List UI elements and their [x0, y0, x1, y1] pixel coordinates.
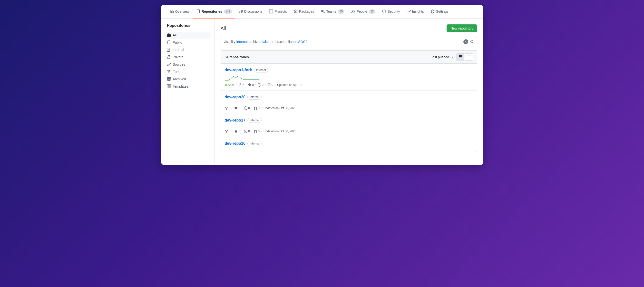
sidebar-item-public[interactable]: Public [165, 39, 210, 46]
nav-item-overview[interactable]: Overview [167, 5, 192, 19]
search-plain-1: visibility: [224, 40, 236, 44]
stars-item: 0 [234, 106, 240, 110]
nav-label-projects: Projects [274, 10, 287, 14]
repo-badge: Internal [254, 68, 268, 73]
templates-icon [167, 84, 171, 88]
nav-item-discussions[interactable]: Discussions [236, 5, 266, 19]
list-view-button[interactable] [456, 54, 464, 61]
sep1: • [232, 130, 233, 133]
language-item: Shell [225, 83, 234, 87]
repositories-badge: 149 [224, 9, 232, 14]
clear-search-button[interactable]: ✕ [464, 39, 468, 44]
sidebar-title: Repositories [165, 24, 210, 28]
repo-badge: Internal [248, 141, 262, 146]
prs-item: 0 [268, 83, 273, 87]
nav-item-settings[interactable]: Settings [428, 5, 452, 19]
updated-text: Updated on Apr 19 [277, 83, 302, 87]
sort-area: Last pushed [426, 54, 473, 61]
sidebar-item-private[interactable]: Private [165, 54, 210, 61]
graph-spacer [225, 125, 473, 128]
prs-count: 0 [272, 83, 273, 87]
search-link-2[interactable]: false [262, 40, 270, 44]
sidebar-item-archived[interactable]: Archived [165, 76, 210, 83]
nav-label-packages: Packages [299, 10, 314, 14]
settings-icon [431, 10, 434, 14]
sidebar-label-public: Public [173, 41, 182, 45]
all-icon [167, 33, 171, 37]
nav-item-repositories[interactable]: Repositories 149 [193, 5, 235, 19]
nav-item-people[interactable]: People 13 [348, 5, 378, 19]
sep4: • [261, 130, 262, 133]
repo-name[interactable]: dev-repo20 [225, 95, 246, 99]
sidebar-label-templates: Templates [173, 84, 188, 88]
compact-view-button[interactable] [465, 54, 473, 61]
repo-meta: 0 • 0 • 0 • [225, 130, 473, 133]
repo-name[interactable]: dev-repo16 [225, 141, 246, 146]
repo-name[interactable]: dev-repo17 [225, 118, 246, 123]
repo-name[interactable]: dev-repo1-fork [225, 68, 252, 72]
nav-item-teams[interactable]: Teams 55 [318, 5, 347, 19]
sep3: • [255, 83, 256, 87]
archived-icon [167, 77, 171, 81]
sep1: • [236, 83, 237, 87]
project-icon [269, 10, 273, 14]
nav-item-security[interactable]: Security [379, 5, 403, 19]
sidebar-item-sources[interactable]: Sources [165, 61, 210, 68]
sidebar-label-private: Private [173, 55, 184, 59]
nav-label-teams: Teams [326, 10, 336, 14]
sidebar-item-internal[interactable]: Internal [165, 46, 210, 53]
repo-badge: Internal [248, 95, 262, 100]
app-container: Overview Repositories 149 Discussions Pr… [161, 5, 483, 165]
nav-label-settings: Settings [436, 10, 448, 14]
prs-item: 0 [254, 106, 260, 110]
stars-count: 0 [238, 130, 240, 133]
search-link-1[interactable]: internal [236, 40, 248, 44]
repo-item-header: dev-repo17 Internal [225, 118, 473, 123]
sep2: • [242, 130, 242, 133]
sep2: • [242, 106, 242, 110]
new-repository-button[interactable]: New repository [446, 25, 477, 32]
search-bar[interactable]: visibility:internal archived:false props… [220, 37, 477, 46]
nav-label-insights: Insights [412, 10, 424, 14]
private-icon [167, 55, 171, 59]
repo-item-header: dev-repo16 Internal [225, 141, 473, 146]
sort-button[interactable]: Last pushed [426, 55, 454, 59]
page-title: All [220, 26, 226, 31]
graph-spacer [225, 102, 473, 104]
sidebar-label-internal: Internal [173, 48, 184, 52]
search-link-3[interactable]: SOC2 [298, 40, 307, 44]
sep1: • [232, 106, 233, 110]
teams-badge: 55 [338, 9, 344, 14]
internal-icon [167, 48, 171, 52]
language-name: Shell [228, 83, 234, 87]
language-dot [225, 84, 227, 86]
prs-item: 0 [254, 130, 260, 133]
sidebar-label-archived: Archived [173, 77, 186, 81]
repo-list: 64 repositories Last pushed [220, 50, 477, 152]
discussion-icon [239, 10, 243, 14]
sep4: • [265, 83, 266, 87]
stars-item: 0 [234, 130, 240, 133]
nav-item-packages[interactable]: Packages [291, 5, 317, 19]
insights-icon [407, 10, 411, 14]
security-icon [382, 10, 386, 14]
repo-count: 64 repositories [225, 55, 249, 59]
sidebar-item-forks[interactable]: Forks [165, 68, 210, 75]
nav-label-security: Security [388, 10, 400, 14]
forks-count: 2 [242, 83, 244, 87]
nav-item-projects[interactable]: Projects [266, 5, 290, 19]
sidebar-item-templates[interactable]: Templates [165, 83, 210, 90]
forks-item: 0 [225, 130, 230, 133]
search-submit-button[interactable] [470, 40, 474, 44]
search-plain-2: archived: [248, 40, 262, 44]
activity-graph [225, 74, 473, 81]
sidebar-label-all: All [173, 33, 177, 37]
forks-item: 2 [238, 83, 244, 87]
issues-count: 0 [248, 130, 250, 133]
sort-label: Last pushed [430, 55, 449, 59]
sidebar-item-all[interactable]: All [165, 32, 210, 39]
nav-item-insights[interactable]: Insights [404, 5, 427, 19]
sep3: • [251, 106, 252, 110]
team-icon [321, 10, 325, 14]
table-row: dev-repo1-fork Internal Shell • [220, 64, 477, 91]
